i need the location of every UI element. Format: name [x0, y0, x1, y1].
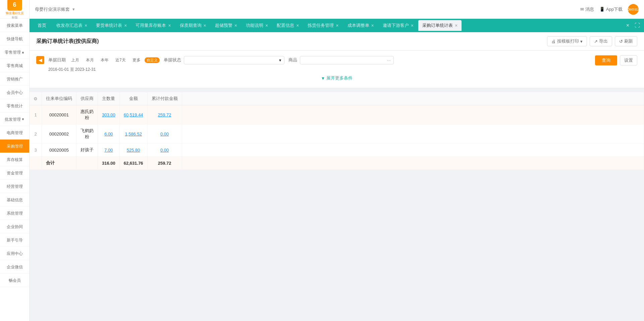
refresh-button[interactable]: ↺ 刷新: [615, 36, 637, 46]
sidebar-item-onboarding[interactable]: 新手引导: [0, 233, 29, 247]
sidebar-item-enterprise[interactable]: 企业协同: [0, 220, 29, 233]
sidebar-item-retail-shop[interactable]: 零售商城: [0, 59, 29, 72]
col-paid-amount: 累计付款金额: [147, 92, 182, 105]
cell-qty-0[interactable]: 303.00: [98, 105, 120, 124]
status-filter-select[interactable]: ▾: [184, 56, 284, 64]
cell-amount-1[interactable]: 1,586.52: [119, 124, 147, 144]
tab-overstock-alert[interactable]: 超储预警 ×: [211, 20, 241, 31]
table-header-row: ⚙ 往来单位编码 供应商 主数量 金额 累计付款金额: [30, 92, 644, 105]
sidebar-item-member[interactable]: 会员中心: [0, 86, 29, 99]
batch-mgmt-arrow: ▼: [21, 117, 25, 121]
date-filter-group: 单据日期 上月 本月 本年 近7天 更多 自定义: [48, 57, 160, 64]
sidebar-item-inventory[interactable]: 库存核算: [0, 153, 29, 166]
tab-config-info[interactable]: 配置信息 ×: [273, 20, 303, 31]
expand-label: 展开更多条件: [326, 75, 353, 81]
sidebar-item-ecommerce[interactable]: 电商管理: [0, 126, 29, 140]
footer-empty-settings: [30, 157, 42, 170]
print-button[interactable]: 🖨 按模板打印 ▾: [547, 36, 587, 46]
date-shortcut-last-month[interactable]: 上月: [68, 57, 82, 64]
cell-paid-amount-1[interactable]: 0.00: [147, 124, 182, 144]
close-tab-available-inventory[interactable]: ×: [168, 23, 171, 28]
sidebar-item-finance[interactable]: 资金管理: [0, 166, 29, 180]
sidebar-item-enterprise-wx[interactable]: 企业微信: [0, 260, 29, 274]
sidebar: 6 畅捷通好生意 标版 搜索菜单 快捷导航 零售管理 ▲ 零售商城 营销推广 会…: [0, 0, 30, 321]
sidebar-item-sys-mgmt[interactable]: 系统管理: [0, 207, 29, 220]
data-table: ⚙ 往来单位编码 供应商 主数量 金额 累计付款金额 1 00020001 惠氏…: [30, 92, 644, 170]
tab-func-desc[interactable]: 功能说明 ×: [242, 20, 272, 31]
user-avatar[interactable]: demo2: [628, 4, 639, 15]
goods-input-dots[interactable]: ···: [387, 58, 391, 63]
breadcrumb-dropdown-icon[interactable]: ▾: [72, 7, 75, 12]
setting-button[interactable]: 设置: [620, 55, 637, 65]
cell-qty-2[interactable]: 7.00: [98, 144, 120, 157]
sidebar-item-ops[interactable]: 经营管理: [0, 180, 29, 193]
tab-available-inventory[interactable]: 可用量库存账本 ×: [131, 20, 175, 31]
footer-amount: 62,631.76: [119, 157, 147, 170]
date-shortcut-this-year[interactable]: 本年: [98, 57, 111, 64]
expand-filters-button[interactable]: ▼ 展开更多条件: [321, 75, 353, 81]
cell-supplier-2: 好孩子: [76, 144, 98, 157]
tab-req-summary[interactable]: 要货单统计表 ×: [92, 20, 131, 31]
sidebar-item-marketing[interactable]: 营销推广: [0, 72, 29, 86]
export-button[interactable]: ↗ 导出: [590, 36, 612, 46]
date-shortcut-7days[interactable]: 近7天: [113, 57, 128, 64]
cell-amount-0[interactable]: 60,519.44: [119, 105, 147, 124]
sidebar-item-app-center[interactable]: 应用中心: [0, 247, 29, 260]
retail-mgmt-arrow: ▲: [21, 50, 25, 54]
breadcrumb: 母婴行业演示账套: [35, 6, 70, 12]
close-tab-overstock-alert[interactable]: ×: [234, 23, 237, 28]
main-area: 母婴行业演示账套 ▾ ✉ 消息 📱 App下载 demo2 首页 收发存汇总表 …: [30, 0, 644, 321]
close-tab-purchase-order-summary[interactable]: ×: [455, 23, 458, 28]
filter-area: ◀ 单据日期 上月 本月 本年 近7天 更多 自定义 单据状态: [30, 51, 644, 88]
footer-qty: 316.00: [98, 157, 120, 170]
sidebar-item-basic-info[interactable]: 基础信息: [0, 193, 29, 207]
message-button[interactable]: ✉ 消息: [580, 6, 594, 12]
filter-toggle-button[interactable]: ◀: [36, 56, 44, 64]
settings-gear-icon[interactable]: ⚙: [34, 96, 38, 101]
filter-row-1: ◀ 单据日期 上月 本月 本年 近7天 更多 自定义 单据状态: [36, 55, 637, 65]
sidebar-item-search[interactable]: 搜索菜单: [0, 19, 29, 32]
close-tab-config-info[interactable]: ×: [296, 23, 299, 28]
date-shortcut-this-month[interactable]: 本月: [83, 57, 97, 64]
tab-maximize-button[interactable]: ⛶: [633, 21, 641, 30]
tab-pick-task[interactable]: 拣货任务管理 ×: [304, 20, 342, 31]
date-shortcut-more[interactable]: 更多: [130, 57, 143, 64]
tab-receive-summary[interactable]: 收发存汇总表 ×: [52, 20, 91, 31]
col-settings[interactable]: ⚙: [30, 92, 42, 105]
goods-filter-input[interactable]: ···: [300, 56, 394, 64]
close-tab-func-desc[interactable]: ×: [265, 23, 268, 28]
cell-extra-2: [182, 144, 644, 157]
close-tab-receive-summary[interactable]: ×: [85, 23, 87, 28]
tab-purchase-order-summary[interactable]: 采购订单统计表 ×: [418, 20, 462, 31]
close-tab-req-summary[interactable]: ×: [124, 23, 127, 28]
sidebar-item-retail-mgmt[interactable]: 零售管理 ▲: [0, 46, 29, 59]
goods-filter-group: 商品 ···: [288, 56, 394, 64]
sidebar-item-member2[interactable]: 畅会员: [0, 274, 29, 287]
close-tab-pick-task[interactable]: ×: [336, 23, 338, 28]
cell-paid-amount-0[interactable]: 259.72: [147, 105, 182, 124]
date-range-display: 2016-01-01 至 2023-12-31: [48, 67, 637, 72]
tab-home[interactable]: 首页: [32, 20, 52, 31]
tab-expiry-query[interactable]: 保质期查询 ×: [176, 20, 210, 31]
close-tab-cost-adjust[interactable]: ×: [371, 23, 374, 28]
cell-amount-2[interactable]: 525.80: [119, 144, 147, 157]
nav-tabs: 首页 收发存汇总表 × 要货单统计表 × 可用量库存账本 × 保质期查询 × 超…: [30, 19, 644, 32]
tab-close-all-button[interactable]: ×: [625, 21, 631, 30]
close-tab-expiry-query[interactable]: ×: [204, 23, 206, 28]
search-button[interactable]: 查询: [595, 55, 617, 65]
sidebar-item-retail-stats[interactable]: 零售统计: [0, 99, 29, 113]
sidebar-item-purchase-mgmt[interactable]: 采购管理: [0, 140, 29, 153]
col-amount: 金额: [119, 92, 147, 105]
footer-empty-supplier: [76, 157, 98, 170]
sidebar-item-quick-nav[interactable]: 快捷导航: [0, 32, 29, 46]
app-download-button[interactable]: 📱 App下载: [599, 6, 623, 12]
sidebar-item-batch-mgmt[interactable]: 批发管理 ▼: [0, 113, 29, 126]
tab-invite-downstream[interactable]: 邀请下游客户 ×: [379, 20, 418, 31]
cell-unit-code-2: 00020005: [42, 144, 76, 157]
cell-qty-1[interactable]: 6.00: [98, 124, 120, 144]
cell-paid-amount-2[interactable]: 0.00: [147, 144, 182, 157]
tab-cost-adjust[interactable]: 成本调整单 ×: [343, 20, 378, 31]
table-row: 1 00020001 惠氏奶粉 303.00 60,519.44 259.72: [30, 105, 644, 124]
cell-extra-0: [182, 105, 644, 124]
close-tab-invite-downstream[interactable]: ×: [411, 23, 414, 28]
